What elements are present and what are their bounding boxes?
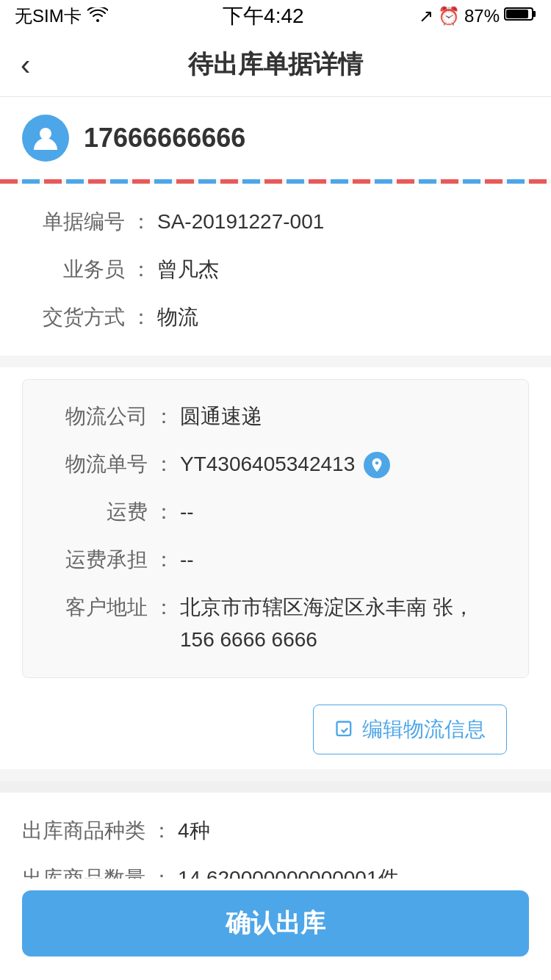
freight-bearer-row: 运费承担 ： -- bbox=[45, 544, 506, 577]
confirm-outbound-button[interactable]: 确认出库 bbox=[22, 890, 529, 956]
goods-types-label: 出库商品种类 bbox=[22, 815, 145, 848]
document-number-label: 单据编号 bbox=[22, 206, 125, 239]
freight-label: 运费 bbox=[45, 496, 148, 529]
battery-icon bbox=[504, 6, 536, 26]
basic-info-section: 单据编号 ： SA-20191227-001 业务员 ： 曾凡杰 交货方式 ： … bbox=[0, 184, 551, 356]
svg-rect-4 bbox=[337, 722, 351, 736]
nav-bar: ‹ 待出库单据详情 bbox=[0, 32, 551, 97]
delivery-method-value: 物流 bbox=[157, 301, 529, 334]
status-time: 下午4:42 bbox=[223, 2, 304, 30]
logistics-company-row: 物流公司 ： 圆通速递 bbox=[45, 400, 506, 433]
svg-rect-1 bbox=[533, 11, 536, 17]
customer-phone: 17666666666 bbox=[84, 123, 245, 154]
freight-bearer-value: -- bbox=[180, 544, 506, 577]
alarm-icon: ⏰ bbox=[438, 6, 460, 26]
document-number-value: SA-20191227-001 bbox=[157, 206, 529, 239]
freight-bearer-label: 运费承担 bbox=[45, 544, 148, 577]
salesperson-label: 业务员 bbox=[22, 253, 125, 287]
edit-logistics-button[interactable]: 编辑物流信息 bbox=[313, 705, 507, 754]
person-icon bbox=[31, 123, 60, 153]
goods-types-value: 4种 bbox=[178, 815, 529, 848]
edit-icon bbox=[334, 719, 355, 740]
customer-header: 17666666666 bbox=[0, 97, 551, 179]
logistics-outer-section: 物流公司 ： 圆通速递 物流单号 ： YT4306405342413 bbox=[0, 367, 551, 769]
wifi-icon bbox=[87, 6, 108, 26]
tracking-number-label: 物流单号 bbox=[45, 448, 148, 481]
gray-divider-1 bbox=[0, 781, 551, 793]
goods-types-row: 出库商品种类 ： 4种 bbox=[22, 815, 529, 848]
logistics-company-value: 圆通速递 bbox=[180, 400, 506, 433]
carrier-label: 无SIM卡 bbox=[15, 4, 82, 28]
avatar bbox=[22, 115, 69, 162]
edit-logistics-btn-row: 编辑物流信息 bbox=[22, 690, 529, 769]
battery-label: 87% bbox=[464, 6, 500, 26]
status-right: ↗ ⏰ 87% bbox=[419, 6, 536, 26]
back-button[interactable]: ‹ bbox=[21, 48, 30, 81]
freight-value: -- bbox=[180, 496, 506, 529]
svg-point-3 bbox=[40, 128, 51, 140]
freight-row: 运费 ： -- bbox=[45, 496, 506, 529]
salesperson-value: 曾凡杰 bbox=[157, 253, 529, 287]
tracking-number-value: YT4306405342413 bbox=[180, 448, 506, 481]
main-content: 17666666666 单据编号 ： SA-20191227-001 业务员 ：… bbox=[0, 97, 551, 980]
address-label: 客户地址 bbox=[45, 591, 148, 624]
delivery-method-label: 交货方式 bbox=[22, 301, 125, 334]
tracking-number-row: 物流单号 ： YT4306405342413 bbox=[45, 448, 506, 481]
confirm-btn-area: 确认出库 bbox=[0, 879, 551, 980]
tracking-location-icon[interactable] bbox=[364, 452, 390, 478]
delivery-method-row: 交货方式 ： 物流 bbox=[22, 301, 529, 334]
document-number-row: 单据编号 ： SA-20191227-001 bbox=[22, 206, 529, 239]
status-left: 无SIM卡 bbox=[15, 4, 108, 28]
salesperson-row: 业务员 ： 曾凡杰 bbox=[22, 253, 529, 287]
address-row: 客户地址 ： 北京市市辖区海淀区永丰南 张，156 6666 6666 bbox=[45, 591, 506, 657]
logistics-company-label: 物流公司 bbox=[45, 400, 148, 433]
location-status-icon: ↗ bbox=[419, 6, 433, 26]
status-bar: 无SIM卡 下午4:42 ↗ ⏰ 87% bbox=[0, 0, 551, 32]
page-title: 待出库单据详情 bbox=[188, 48, 363, 82]
svg-rect-2 bbox=[506, 10, 528, 18]
address-value: 北京市市辖区海淀区永丰南 张，156 6666 6666 bbox=[180, 591, 506, 657]
logistics-card: 物流公司 ： 圆通速递 物流单号 ： YT4306405342413 bbox=[22, 379, 529, 678]
